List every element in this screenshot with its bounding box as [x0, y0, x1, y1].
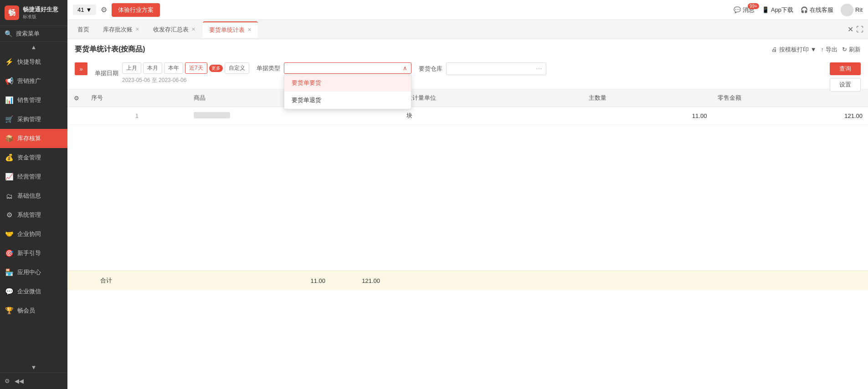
jichu-icon: 🗂 — [5, 191, 14, 200]
dropdown-item-yaohuo-yanhuo[interactable]: 要货单要货 — [284, 74, 411, 92]
qiye-icon: 🤝 — [5, 230, 14, 239]
yingyong-label: 应用中心 — [17, 268, 41, 276]
summary-text: 合计 — [100, 277, 112, 284]
tab-kucun-batch-close[interactable]: ✕ — [135, 26, 139, 32]
sidebar-item-kuaijie[interactable]: ⚡ 快捷导航 — [0, 52, 67, 72]
sidebar-item-qiye[interactable]: 🤝 企业协同 — [0, 225, 67, 244]
tab-yaohuo-stat-close[interactable]: ✕ — [247, 27, 252, 33]
jingying-label: 经营管理 — [17, 173, 41, 181]
last-7-days-button[interactable]: 近7天 — [185, 62, 207, 74]
jichu-label: 基础信息 — [17, 192, 41, 200]
query-button[interactable]: 查询 — [830, 62, 861, 75]
top-header: 41 ▼ ⚙ 体验行业方案 💬 消息 99+ 📱 App下载 🎧 在线客服 — [67, 0, 868, 20]
online-service-item[interactable]: 🎧 在线客服 — [801, 6, 833, 14]
kuaijie-icon: ⚡ — [5, 57, 14, 67]
dropdown-item-yaohuo-tuihuo[interactable]: 要货单退货 — [284, 92, 411, 109]
settings-button[interactable]: 设置 — [830, 78, 861, 92]
qiye-label: 企业协同 — [17, 230, 41, 238]
summary-label: 合计 — [75, 276, 166, 285]
sidebar-footer: ⚙ ◀◀ — [0, 373, 67, 389]
tab-kucun-batch-label: 库存批次账 — [103, 26, 133, 34]
summary-amount: 121.00 — [325, 277, 380, 284]
warehouse-select-box[interactable]: ··· — [446, 62, 546, 75]
app-download-label: App下载 — [771, 6, 793, 14]
store-number: 41 — [77, 6, 84, 13]
this-year-button[interactable]: 本年 — [164, 62, 183, 74]
print-template-button[interactable]: 🖨 按模板打印 ▼ — [771, 46, 817, 54]
sidebar-item-yingyong[interactable]: 🏪 应用中心 — [0, 263, 67, 282]
tab-yaohuo-stat[interactable]: 要货单统计表 ✕ — [203, 21, 258, 38]
tab-shouhuo-summary-close[interactable]: ✕ — [191, 26, 195, 32]
online-service-label: 在线客服 — [810, 6, 833, 14]
kucun-icon: 📦 — [5, 134, 14, 143]
sidebar-item-jingying[interactable]: 📈 经营管理 — [0, 167, 67, 186]
header-left: 41 ▼ ⚙ 体验行业方案 — [73, 3, 160, 17]
refresh-button[interactable]: ↻ 刷新 — [842, 46, 861, 54]
th-num: 序号 — [86, 89, 188, 107]
caigou-icon: 🛒 — [5, 115, 14, 124]
search-label: 搜索菜单 — [16, 30, 40, 38]
data-table: ⚙ 序号 商品 主计量单位 主数量 零售金额 1 — [67, 89, 868, 125]
sidebar-item-caigou[interactable]: 🛒 采购管理 — [0, 110, 67, 129]
th-settings[interactable]: ⚙ — [67, 89, 86, 107]
user-name: Rit — [855, 6, 863, 13]
th-quantity: 主数量 — [583, 89, 712, 107]
sidebar-item-xinshou[interactable]: 🎯 新手引导 — [0, 244, 67, 263]
date-more-badge: 更多 — [209, 65, 223, 72]
date-filter-label: 单据日期 — [95, 69, 118, 77]
store-dropdown[interactable]: 41 ▼ — [73, 5, 96, 15]
this-month-button[interactable]: 本月 — [143, 62, 162, 74]
yingxiao-label: 营销推广 — [17, 77, 41, 85]
search-menu[interactable]: 🔍 搜索菜单 — [0, 26, 67, 42]
user-avatar-item[interactable]: Rit — [841, 4, 863, 16]
sidebar-item-huiyuan[interactable]: 🏆 畅会员 — [0, 301, 67, 320]
message-item[interactable]: 💬 消息 99+ — [734, 6, 755, 14]
fullscreen-button[interactable]: ⛶ — [856, 26, 863, 34]
tab-home-label: 首页 — [77, 26, 89, 34]
sidebar-item-xiaoshou[interactable]: 📊 销售管理 — [0, 91, 67, 110]
kucun-label: 库存核算 — [17, 134, 41, 143]
logo-icon: 畅 — [5, 5, 19, 20]
zijin-label: 资金管理 — [17, 154, 41, 162]
yingyong-icon: 🏪 — [5, 268, 14, 277]
table-body: 1 块 11.00 121.00 — [67, 107, 868, 125]
type-select-arrow: ∧ — [403, 65, 407, 72]
weixin-label: 企业微信 — [17, 287, 41, 296]
message-badge: 99+ — [748, 3, 759, 9]
header-settings-icon[interactable]: ⚙ — [101, 5, 107, 14]
tabs-bar: 首页 库存批次账 ✕ 收发存汇总表 ✕ 要货单统计表 ✕ ✕ ⛶ — [67, 20, 868, 39]
last-month-button[interactable]: 上月 — [122, 62, 141, 74]
type-select-box[interactable]: ∧ — [284, 62, 411, 74]
tab-kucun-batch[interactable]: 库存批次账 ✕ — [97, 21, 146, 38]
footer-settings-icon[interactable]: ⚙ — [5, 378, 10, 384]
refresh-label: 刷新 — [849, 46, 861, 54]
sidebar-item-weixin[interactable]: 💬 企业微信 — [0, 282, 67, 301]
type-filter-label: 单据类型 — [257, 64, 280, 72]
tab-home[interactable]: 首页 — [71, 21, 96, 38]
tab-shouhuo-summary[interactable]: 收发存汇总表 ✕ — [147, 21, 202, 38]
custom-date-button[interactable]: 自定义 — [225, 62, 249, 74]
sidebar-item-zijin[interactable]: 💰 资金管理 — [0, 148, 67, 167]
warehouse-filter-label: 要货仓库 — [419, 65, 442, 73]
export-icon: ↑ — [821, 46, 824, 53]
sidebar-item-jichu[interactable]: 🗂 基础信息 — [0, 186, 67, 205]
app-download-item[interactable]: 📱 App下载 — [762, 6, 793, 14]
sidebar-item-xitong[interactable]: ⚙ 系统管理 — [0, 205, 67, 225]
export-button[interactable]: ↑ 导出 — [821, 46, 838, 54]
page-title: 要货单统计表(按商品) — [75, 45, 145, 54]
scroll-up-arrow[interactable]: ▲ — [0, 42, 67, 52]
sidebar-item-kucun[interactable]: 📦 库存核算 — [0, 129, 67, 148]
xitong-icon: ⚙ — [5, 210, 14, 220]
warehouse-more-icon[interactable]: ··· — [536, 65, 542, 73]
trial-button[interactable]: 体验行业方案 — [112, 3, 160, 17]
type-dropdown: 要货单要货 要货单退货 — [284, 74, 411, 109]
refresh-icon: ↻ — [842, 46, 847, 53]
filter-action-buttons: 查询 设置 — [830, 62, 861, 92]
close-all-tabs-button[interactable]: ✕ — [847, 25, 853, 34]
table-row: 1 块 11.00 121.00 — [67, 107, 868, 125]
sidebar-item-yingxiao[interactable]: 📢 营销推广 — [0, 72, 67, 91]
tab-actions: ✕ ⛶ — [847, 25, 868, 34]
scroll-down-arrow[interactable]: ▼ — [0, 362, 67, 373]
sidebar-toggle-button[interactable]: ◀◀ — [15, 378, 24, 384]
filter-expand-button[interactable]: » — [75, 62, 87, 75]
